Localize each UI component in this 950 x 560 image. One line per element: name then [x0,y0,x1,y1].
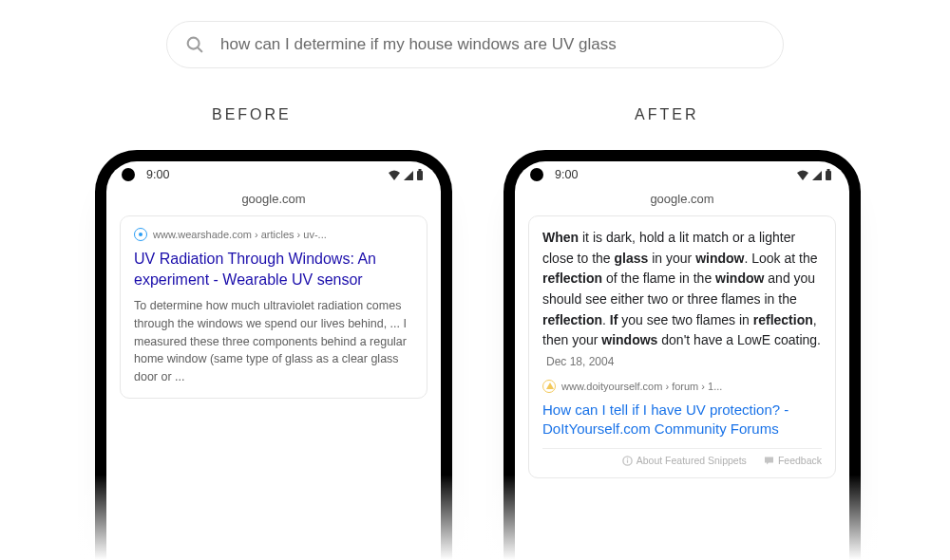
address-bar[interactable]: google.com [106,188,441,215]
result-snippet: To determine how much ultraviolet radiat… [134,297,413,386]
svg-line-1 [198,47,201,51]
after-label: AFTER [635,106,698,123]
status-bar: 9:00 [515,161,849,188]
svg-rect-7 [627,459,628,462]
status-clock: 9:00 [555,168,578,181]
result-breadcrumb: www.doityourself.com › forum › 1... [542,380,822,393]
info-icon [622,456,633,466]
svg-rect-3 [419,169,422,171]
status-clock: 9:00 [146,168,169,181]
front-camera-cutout [530,168,543,181]
svg-rect-5 [827,169,830,171]
result-title[interactable]: UV Radiation Through Windows: An experim… [134,249,413,289]
phone-before: 9:00 google.com [95,150,452,560]
result-title[interactable]: How can I tell if I have UV protection? … [542,401,822,439]
search-query-text: how can I determine if my house windows … [220,35,617,54]
featured-snippet-card[interactable]: When it is dark, hold a lit match or a l… [528,215,836,478]
search-bar[interactable]: how can I determine if my house windows … [166,21,784,68]
featured-snippet-text: When it is dark, hold a lit match or a l… [542,228,822,372]
wifi-icon [388,168,401,185]
svg-rect-4 [826,171,831,180]
cell-signal-icon [811,168,823,185]
phone-after: 9:00 google.com When it is dark, hold [504,150,861,560]
search-result-card[interactable]: www.wearshade.com › articles › uv-... UV… [120,215,428,399]
wifi-icon [796,168,809,185]
before-label: BEFORE [212,106,292,123]
site-favicon-icon [134,228,147,241]
svg-rect-2 [417,171,423,180]
result-breadcrumb: www.wearshade.com › articles › uv-... [134,228,413,241]
search-icon [184,34,205,55]
battery-icon [416,168,424,185]
about-featured-snippets-link[interactable]: About Featured Snippets [622,455,747,466]
feedback-icon [764,456,774,466]
site-favicon-icon [542,380,556,393]
battery-icon [825,168,832,185]
address-bar[interactable]: google.com [515,188,849,215]
front-camera-cutout [122,168,135,181]
status-bar: 9:00 [106,161,441,188]
svg-rect-8 [627,457,628,458]
cell-signal-icon [403,168,414,185]
feedback-link[interactable]: Feedback [764,455,822,466]
